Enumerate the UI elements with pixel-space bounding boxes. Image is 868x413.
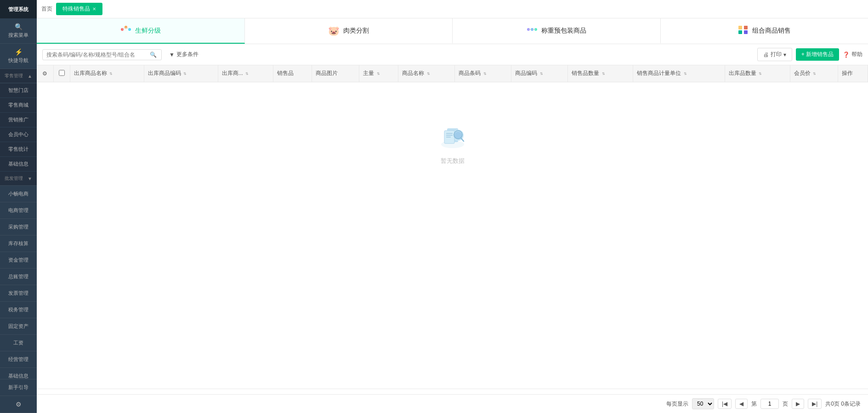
page-number-input[interactable] bbox=[760, 399, 779, 409]
per-page-select[interactable]: 50 bbox=[692, 398, 714, 409]
toolbar: 🔍 ▼ 更多条件 🖨 打印 ▾ + 新增销售品 ❓ 帮助 bbox=[37, 44, 868, 65]
data-table: ⚙ 出库商品名称 ⇅ 出库商品编码 ⇅ 出库商... ⇅ bbox=[37, 65, 868, 82]
sidebar-item-tax[interactable]: 税务管理 bbox=[0, 302, 37, 318]
sidebar-item-label: 电商管理 bbox=[8, 207, 28, 214]
page-label-suffix: 页 bbox=[783, 400, 788, 408]
first-page-button[interactable]: |◀ bbox=[718, 399, 732, 409]
sidebar-item-label: 税务管理 bbox=[8, 306, 28, 313]
meat-cut-icon: 🐷 bbox=[328, 25, 340, 36]
cat-tab-weigh-pack-label: 称重预包装商品 bbox=[541, 27, 586, 35]
th-checkbox[interactable] bbox=[53, 65, 70, 82]
topbar: 首页 特殊销售品 ✕ bbox=[37, 0, 868, 18]
cat-tab-fresh-grade[interactable]: 生鲜分级 bbox=[37, 18, 245, 44]
sidebar-item-sales-promo[interactable]: 营销推广 bbox=[0, 113, 37, 127]
sort-icon: ⇅ bbox=[540, 72, 543, 76]
filter-button[interactable]: ▼ 更多条件 bbox=[165, 49, 202, 60]
sidebar-item-mini-ecom[interactable]: 小畅电商 bbox=[0, 186, 37, 202]
sidebar-item-label: 快捷导航 bbox=[8, 57, 28, 64]
sidebar-item-label: 批发管理 bbox=[5, 175, 23, 182]
sidebar-item-settings[interactable]: ⚙ bbox=[0, 396, 37, 413]
add-label: + 新增销售品 bbox=[801, 51, 834, 58]
sort-icon: ⇅ bbox=[483, 72, 487, 76]
page-label-prefix: 第 bbox=[751, 400, 757, 408]
sidebar-item-new-guide[interactable]: 新手引导 bbox=[0, 379, 37, 396]
th-member-price[interactable]: 会员价 ⇅ bbox=[790, 65, 838, 82]
fresh-grade-icon bbox=[120, 25, 131, 36]
chevron-icon: ▲ bbox=[28, 74, 32, 79]
table-header-row: ⚙ 出库商品名称 ⇅ 出库商品编码 ⇅ 出库商... ⇅ bbox=[37, 65, 868, 82]
sidebar-item-general-ledger[interactable]: 总账管理 bbox=[0, 269, 37, 285]
sidebar-item-retail-mall[interactable]: 零售商城 bbox=[0, 98, 37, 113]
th-main-weight[interactable]: 主量 ⇅ bbox=[359, 65, 398, 82]
cat-tab-meat-cut[interactable]: 🐷 肉类分割 bbox=[245, 18, 453, 44]
chevron-icon: ▼ bbox=[28, 176, 32, 181]
active-tab[interactable]: 特殊销售品 ✕ bbox=[56, 3, 102, 15]
sidebar-item-member-center[interactable]: 会员中心 bbox=[0, 127, 37, 142]
cat-tab-combo-label: 组合商品销售 bbox=[752, 27, 791, 35]
help-button[interactable]: ❓ 帮助 bbox=[843, 51, 862, 58]
th-sales-goods[interactable]: 销售品 bbox=[273, 65, 312, 82]
sidebar-item-invoice[interactable]: 发票管理 bbox=[0, 285, 37, 302]
sidebar-item-ecom-manage[interactable]: 电商管理 bbox=[0, 202, 37, 219]
prev-page-button[interactable]: ◀ bbox=[735, 399, 748, 409]
cat-tab-combo[interactable]: 组合商品销售 bbox=[661, 18, 868, 44]
sidebar-item-label: 新手引导 bbox=[8, 384, 28, 391]
empty-icon bbox=[434, 119, 471, 151]
sidebar-item-label: 固定资产 bbox=[8, 323, 28, 330]
empty-state: 暂无数据 bbox=[37, 82, 868, 202]
sidebar-item-retail-stats[interactable]: 零售统计 bbox=[0, 142, 37, 157]
select-all-checkbox[interactable] bbox=[59, 70, 65, 76]
sidebar-item-basic-info[interactable]: 基础信息 bbox=[0, 157, 37, 172]
active-tab-label: 特殊销售品 bbox=[62, 5, 90, 13]
search-input[interactable] bbox=[46, 52, 148, 58]
sidebar-item-label: 营销推广 bbox=[8, 116, 28, 123]
th-goods-name[interactable]: 商品名称 ⇅ bbox=[398, 65, 455, 82]
th-sales-qty[interactable]: 销售品数量 ⇅ bbox=[568, 65, 633, 82]
sort-icon: ⇅ bbox=[813, 72, 816, 76]
sidebar-item-fixed-assets[interactable]: 固定资产 bbox=[0, 318, 37, 335]
cat-tab-weigh-pack[interactable]: 称重预包装商品 bbox=[453, 18, 661, 44]
sidebar-item-quick-nav[interactable]: ⚡ 快捷导航 bbox=[0, 44, 37, 69]
sidebar-item-label: 总账管理 bbox=[8, 273, 28, 280]
sort-icon: ⇅ bbox=[377, 72, 380, 76]
next-page-button[interactable]: ▶ bbox=[792, 399, 804, 409]
horizontal-scroll[interactable] bbox=[37, 389, 868, 394]
sidebar-item-label: 发票管理 bbox=[8, 290, 28, 297]
sidebar-item-retail-manage[interactable]: 零售管理 ▲ bbox=[0, 69, 37, 83]
th-goods-barcode[interactable]: 商品条码 ⇅ bbox=[455, 65, 511, 82]
sidebar-item-purchase[interactable]: 采购管理 bbox=[0, 219, 37, 235]
empty-text: 暂无数据 bbox=[441, 157, 465, 165]
print-chevron-icon: ▾ bbox=[783, 52, 786, 58]
weigh-pack-icon bbox=[527, 25, 538, 36]
sidebar-item-basic-info2[interactable]: 基础信息 bbox=[0, 368, 37, 379]
home-link[interactable]: 首页 bbox=[41, 5, 52, 13]
pagination: 每页显示 50 |◀ ◀ 第 页 ▶ ▶| 共0页 0条记录 bbox=[37, 394, 868, 413]
sidebar-item-label: 搜索菜单 bbox=[8, 32, 28, 39]
sidebar-item-smart-store[interactable]: 智慧门店 bbox=[0, 83, 37, 98]
search-box[interactable]: 🔍 bbox=[42, 49, 162, 60]
sidebar-item-label: 采购管理 bbox=[8, 224, 28, 230]
sort-icon: ⇅ bbox=[759, 72, 762, 76]
sidebar-item-label: 资金管理 bbox=[8, 257, 28, 264]
sidebar-item-ops-manage[interactable]: 经营管理 bbox=[0, 351, 37, 368]
sidebar-item-batch-manage[interactable]: 批发管理 ▼ bbox=[0, 172, 37, 186]
sidebar-item-search-menu[interactable]: 🔍 搜索菜单 bbox=[0, 18, 37, 44]
sidebar-item-capital[interactable]: 资金管理 bbox=[0, 252, 37, 269]
sidebar-item-inventory[interactable]: 库存核算 bbox=[0, 235, 37, 252]
print-icon: 🖨 bbox=[763, 52, 769, 58]
th-goods-code[interactable]: 商品编码 ⇅ bbox=[511, 65, 568, 82]
th-out-qty[interactable]: 出库品数量 ⇅ bbox=[725, 65, 790, 82]
th-out-goods-name[interactable]: 出库商品名称 ⇅ bbox=[70, 65, 144, 82]
sidebar-item-salary[interactable]: 工资 bbox=[0, 335, 37, 351]
close-tab-icon[interactable]: ✕ bbox=[92, 6, 96, 11]
sort-icon: ⇅ bbox=[109, 72, 113, 76]
th-sales-unit[interactable]: 销售商品计量单位 ⇅ bbox=[633, 65, 725, 82]
add-button[interactable]: + 新增销售品 bbox=[796, 48, 839, 61]
th-settings[interactable]: ⚙ bbox=[37, 65, 53, 82]
th-goods-img[interactable]: 商品图片 bbox=[312, 65, 359, 82]
print-button[interactable]: 🖨 打印 ▾ bbox=[757, 48, 792, 61]
th-out-goods-code[interactable]: 出库商品编码 ⇅ bbox=[144, 65, 218, 82]
th-out-goods-x[interactable]: 出库商... ⇅ bbox=[218, 65, 273, 82]
th-ops: 操作 bbox=[838, 65, 868, 82]
last-page-button[interactable]: ▶| bbox=[808, 399, 822, 409]
